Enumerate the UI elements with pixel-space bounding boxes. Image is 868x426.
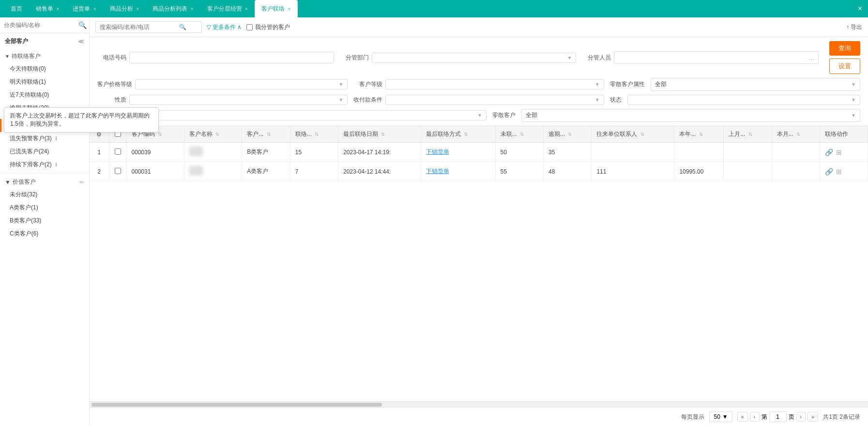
filter-actions: 查询 设置 <box>829 41 860 74</box>
page-number-input[interactable] <box>769 411 787 422</box>
more-conditions-btn[interactable]: ▽ 更多条件 ∧ <box>207 23 242 31</box>
retail-attr-select[interactable]: 全部 ▼ <box>651 78 860 91</box>
manager-dots[interactable]: ... <box>808 54 814 61</box>
row-checkbox-1[interactable] <box>115 148 121 155</box>
sidebar-search-input[interactable] <box>4 22 76 29</box>
nav-tab-analysis[interactable]: 商品分析 × <box>103 0 146 17</box>
search-icon[interactable]: 🔍 <box>179 24 186 30</box>
export-icon: ↑ <box>846 24 849 30</box>
sidebar-value-group[interactable]: ▼ 价值客户 ✏ <box>0 176 89 188</box>
th-customer-type[interactable]: 客户... ⇅ <box>242 126 290 143</box>
method-link-2[interactable]: 下销货单 <box>426 168 449 175</box>
th-action: 联络动作 <box>820 126 868 143</box>
method-link-1[interactable]: 下销货单 <box>426 148 449 155</box>
value-triangle-icon: ▼ <box>5 179 11 186</box>
nav-tab-home[interactable]: 首页 <box>4 0 29 17</box>
table-horizontal-scrollbar[interactable] <box>90 401 868 407</box>
gender-down-arrow: ▼ <box>338 97 343 103</box>
sidebar-search-icon[interactable]: 🔍 <box>78 21 87 29</box>
action-link-icon-2[interactable]: 🔗 <box>825 168 833 176</box>
nav-tab-sales-close[interactable]: × <box>56 6 59 12</box>
th-last-contact-date[interactable]: 最后联络日期 ⇅ <box>338 126 421 143</box>
nav-tab-purchase-close[interactable]: × <box>93 6 96 12</box>
sidebar-item-tomorrow[interactable]: 明天待联络(1) <box>0 75 89 88</box>
customer-type-select[interactable]: ▼ <box>151 110 487 120</box>
td-type-1: B类客户 <box>242 143 290 162</box>
td-year-1 <box>674 143 724 162</box>
nav-tab-sales[interactable]: 销售单 × <box>29 0 66 17</box>
next-page-btn[interactable]: › <box>796 412 806 422</box>
th-uncontact[interactable]: 未联... ⇅ <box>495 126 543 143</box>
th-year-amount[interactable]: 本年... ⇅ <box>674 126 724 143</box>
nav-tab-analysis-list-close[interactable]: × <box>190 6 193 12</box>
nav-tab-customer-layer-close[interactable]: × <box>245 6 248 12</box>
retail-attr-down-arrow: ▼ <box>851 82 856 87</box>
nav-tab-customer-layer[interactable]: 客户分层经营 × <box>200 0 255 17</box>
search-input[interactable] <box>100 24 177 30</box>
prev-page-btn[interactable]: ‹ <box>750 412 760 422</box>
sidebar-item-already-lost[interactable]: 已流失客户(24) <box>0 145 89 158</box>
action-grid-icon-2[interactable]: ⊞ <box>836 168 842 176</box>
status-select[interactable]: ▼ <box>627 95 860 105</box>
sidebar-item-a-class[interactable]: A类客户(1) <box>0 201 89 214</box>
nav-tab-analysis-close[interactable]: × <box>136 6 139 12</box>
action-link-icon-1[interactable]: 🔗 <box>825 148 833 156</box>
customer-level-select[interactable]: ▼ <box>385 79 604 89</box>
table-header-row: ⚙ 客户编码 ⇅ 客户名称 ⇅ 客户... <box>90 126 868 143</box>
payment-select[interactable]: ▼ <box>385 95 604 105</box>
sidebar-item-7days[interactable]: 近7天待联络(0) <box>0 88 89 102</box>
filter-field-retail-attr: 零散客户属性 全部 ▼ <box>610 78 860 91</box>
filter-field-status: 状态 ▼ <box>610 95 860 105</box>
th-this-month[interactable]: 本月... ⇅ <box>772 126 820 143</box>
nav-tab-customer-contact-close[interactable]: × <box>288 6 290 12</box>
td-num-1: 1 <box>90 143 109 162</box>
th-contacts-person[interactable]: 往来单位联系人 ⇅ <box>592 126 674 143</box>
last-page-btn[interactable]: » <box>807 412 818 422</box>
sidebar-collapse-icon[interactable]: ≪ <box>78 38 84 45</box>
sidebar-item-lost-preview[interactable]: 流失预警客户(3) ℹ <box>0 132 89 145</box>
nav-tab-analysis-list[interactable]: 商品分析列表 × <box>146 0 200 17</box>
action-grid-icon-1[interactable]: ⊞ <box>836 148 842 156</box>
first-page-btn[interactable]: « <box>737 412 748 422</box>
sidebar-pending-group[interactable]: ▼ 待联络客户 <box>0 49 89 62</box>
page-nav: « ‹ 第 页 › » <box>737 411 819 422</box>
sidebar-value-edit-icon[interactable]: ✏ <box>79 179 84 186</box>
export-btn[interactable]: ↑ 导出 <box>846 23 862 31</box>
manager-select[interactable]: ... <box>614 51 819 64</box>
th-last-contact-method[interactable]: 最后联络方式 ⇅ <box>421 126 495 143</box>
phone-input[interactable] <box>129 52 334 63</box>
gender-select[interactable]: ▼ <box>129 95 348 105</box>
sidebar-item-today[interactable]: 今天待联络(0) <box>0 62 89 75</box>
retail-customer-select[interactable]: 全部 ▼ <box>521 109 860 122</box>
info-icon-2: ℹ <box>55 135 57 141</box>
nav-tab-customer-contact[interactable]: 客户联络 × <box>255 0 297 17</box>
window-close-btn[interactable]: × <box>858 4 862 13</box>
th-last-month[interactable]: 上月... ⇅ <box>724 126 772 143</box>
row-actions-1: 🔗 ⊞ <box>825 148 863 156</box>
td-method-2[interactable]: 下销货单 <box>421 162 495 181</box>
th-contact-count[interactable]: 联络... ⇅ <box>290 126 338 143</box>
sidebar-item-b-class[interactable]: B类客户(33) <box>0 214 89 227</box>
td-year-2: 10995.00 <box>674 162 724 181</box>
per-page-select[interactable]: 50 ▼ <box>709 411 732 422</box>
sidebar-item-ungrouped[interactable]: 未分组(32) <box>0 188 89 201</box>
td-contact-1: 15 <box>290 143 338 162</box>
my-customers-checkbox[interactable]: 我分管的客户 <box>246 23 290 31</box>
td-uncontact-2: 55 <box>495 162 543 181</box>
th-overdue[interactable]: 逾期... ⇅ <box>544 126 592 143</box>
price-level-select[interactable]: ▼ <box>135 79 348 89</box>
sidebar-item-declining[interactable]: 持续下滑客户(2) ℹ <box>0 158 89 171</box>
settings-button[interactable]: 设置 <box>829 59 860 74</box>
dept-select[interactable]: ▼ <box>372 53 577 63</box>
scrollbar-thumb[interactable] <box>91 403 382 407</box>
query-button[interactable]: 查询 <box>829 41 860 56</box>
td-method-1[interactable]: 下销货单 <box>421 143 495 162</box>
td-person-2: 111 <box>592 162 674 181</box>
my-customers-check-input[interactable] <box>246 24 253 30</box>
td-check-1[interactable] <box>109 143 126 162</box>
td-check-2[interactable] <box>109 162 126 181</box>
row-checkbox-2[interactable] <box>115 168 121 174</box>
th-name[interactable]: 客户名称 ⇅ <box>184 126 242 143</box>
sidebar-item-c-class[interactable]: C类客户(6) <box>0 227 89 240</box>
nav-tab-purchase[interactable]: 进货单 × <box>66 0 103 17</box>
